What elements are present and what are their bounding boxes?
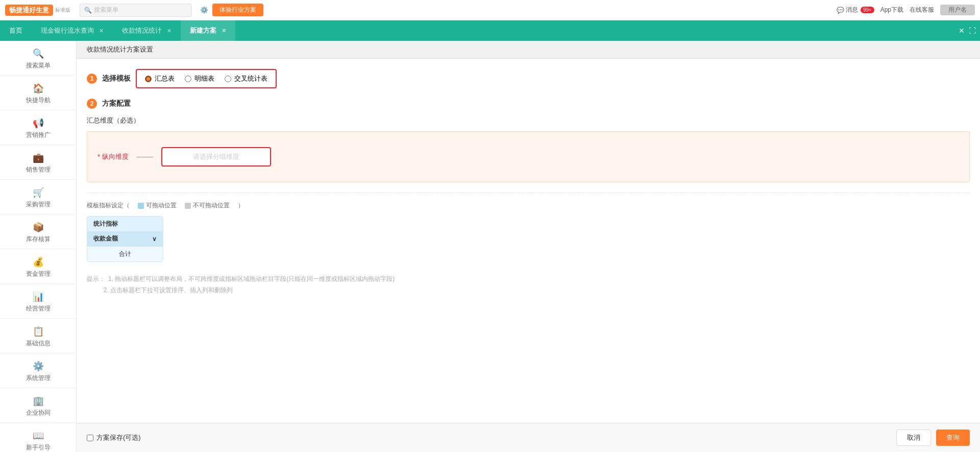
query-button[interactable]: 查询: [936, 430, 970, 446]
legend-fixed: 不可拖动位置: [185, 201, 230, 210]
finance-icon: 💰: [33, 256, 44, 268]
arrow-line: ——: [137, 152, 153, 161]
step1-header: 1 选择模板 汇总表 明细表 交叉统计表: [87, 69, 970, 88]
search-placeholder-text: 搜索菜单: [94, 6, 118, 14]
sidebar-item-guide[interactable]: 📖 新手引导: [0, 423, 76, 452]
step1-section: 1 选择模板 汇总表 明细表 交叉统计表: [87, 69, 970, 88]
tip-line-1: 提示： 1. 拖动标题栏可以调整布局，不可跨维度或指标区域拖动栏目字段(只能在同…: [87, 274, 970, 285]
save-checkbox-input[interactable]: [87, 435, 93, 441]
home-icon: 🏠: [33, 83, 44, 94]
gear-icon[interactable]: ⚙️: [200, 6, 208, 14]
tab-home[interactable]: 首页: [0, 20, 32, 41]
tab-receipts[interactable]: 收款情况统计 ✕: [113, 20, 181, 41]
dimension-select-box[interactable]: 请选择分组维度: [161, 147, 271, 166]
top-search-bar[interactable]: 🔍 搜索菜单: [80, 4, 192, 17]
save-checkbox[interactable]: 方案保存(可选): [87, 433, 141, 442]
radio-summary[interactable]: 汇总表: [145, 74, 175, 83]
marketing-icon: 📢: [33, 117, 44, 129]
main-layout: 🔍 搜索菜单 🏠 快捷导航 📢 营销推广 💼 销售管理 🛒 采购管理 📦 库存核…: [0, 41, 980, 452]
radio-detail[interactable]: 明细表: [185, 74, 214, 83]
close-cashflow-tab[interactable]: ✕: [99, 28, 104, 34]
close-window-icon[interactable]: ✕: [959, 27, 965, 35]
draggable-dot: [138, 203, 144, 209]
metrics-header: 模板指标设定（ 可拖动位置 不可拖动位置 ）: [87, 201, 970, 210]
pivot-row: * 纵向维度 —— 请选择分组维度: [97, 147, 271, 166]
cancel-button[interactable]: 取消: [896, 430, 931, 446]
online-service-link[interactable]: 在线客服: [910, 6, 934, 14]
logo-sub: 标准版: [55, 7, 70, 14]
content-area: 收款情况统计方案设置 1 选择模板 汇总表 明细表: [77, 41, 980, 452]
col-dropdown-icon: ∨: [152, 235, 157, 243]
nav-tabs: 首页 现金银行流水查询 ✕ 收款情况统计 ✕ 新建方案 ✕ ✕ ⛶: [0, 20, 980, 41]
management-icon: 📊: [33, 291, 44, 302]
radio-cross-input[interactable]: [225, 76, 231, 82]
bottom-section: 方案保存(可选) 取消 查询: [77, 423, 980, 452]
radio-cross[interactable]: 交叉统计表: [225, 74, 267, 83]
top-icon-area: 💬 消息 99+ App下载 在线客服 用户名: [837, 5, 975, 15]
legend-draggable: 可拖动位置: [138, 201, 177, 210]
message-icon[interactable]: 💬 消息 99+: [837, 6, 874, 14]
message-badge: 99+: [861, 7, 874, 13]
step1-number: 1: [87, 74, 97, 84]
industry-btn[interactable]: 体验行业方案: [212, 4, 263, 16]
content-body: 1 选择模板 汇总表 明细表 交叉统计表: [77, 59, 980, 423]
sidebar-item-cooperation[interactable]: 🏢 企业协同: [0, 388, 76, 423]
sidebar-item-basic[interactable]: 📋 基础信息: [0, 319, 76, 353]
step2-title: 方案配置: [102, 99, 131, 108]
sidebar-item-finance[interactable]: 💰 资金管理: [0, 249, 76, 284]
sidebar-item-search[interactable]: 🔍 搜索菜单: [0, 41, 76, 76]
sidebar: 🔍 搜索菜单 🏠 快捷导航 📢 营销推广 💼 销售管理 🛒 采购管理 📦 库存核…: [0, 41, 77, 452]
dimension-label: 汇总维度（必选）: [87, 116, 970, 125]
inventory-icon: 📦: [33, 222, 44, 233]
tip-line-2: 2. 点击标题栏下拉可设置排序、插入列和删除列: [87, 285, 970, 296]
sidebar-item-marketing[interactable]: 📢 营销推广: [0, 110, 76, 145]
col-header-receipts[interactable]: 收款金额 ∨: [87, 231, 163, 246]
app-download-link[interactable]: App下载: [880, 6, 903, 14]
sidebar-item-quicknav[interactable]: 🏠 快捷导航: [0, 76, 76, 110]
nav-right-icons: ✕ ⛶: [959, 20, 980, 41]
sidebar-item-management[interactable]: 📊 经营管理: [0, 284, 76, 319]
breadcrumb: 收款情况统计方案设置: [77, 41, 980, 59]
sidebar-item-inventory[interactable]: 📦 库存核算: [0, 215, 76, 249]
tab-new-plan[interactable]: 新建方案 ✕: [181, 20, 235, 41]
tab-cashflow[interactable]: 现金银行流水查询 ✕: [32, 20, 113, 41]
step2-section: 2 方案配置 汇总维度（必选） * 纵向维度 —— 请选择分组维度 模: [87, 99, 970, 296]
sidebar-item-system[interactable]: ⚙️ 系统管理: [0, 353, 76, 388]
tips-section: 提示： 1. 拖动标题栏可以调整布局，不可跨维度或指标区域拖动栏目字段(只能在同…: [87, 274, 970, 296]
cooperation-icon: 🏢: [33, 395, 44, 407]
search-icon: 🔍: [33, 48, 44, 59]
row-label: * 纵向维度: [97, 152, 129, 161]
fixed-dot: [185, 203, 191, 209]
pivot-area: * 纵向维度 —— 请选择分组维度: [87, 131, 970, 182]
basic-icon: 📋: [33, 326, 44, 337]
guide-icon: 📖: [33, 430, 44, 441]
radio-summary-input[interactable]: [145, 76, 152, 82]
sidebar-item-sales[interactable]: 💼 销售管理: [0, 145, 76, 180]
maximize-icon[interactable]: ⛶: [969, 27, 976, 35]
metrics-config: 模板指标设定（ 可拖动位置 不可拖动位置 ） 统计指标: [87, 193, 970, 264]
metrics-table-header: 统计指标: [87, 217, 163, 231]
top-bar: 畅捷通好生意 标准版 🔍 搜索菜单 ⚙️ 体验行业方案 💬 消息 99+ App…: [0, 0, 980, 20]
radio-detail-input[interactable]: [185, 76, 191, 82]
purchase-icon: 🛒: [33, 187, 44, 198]
system-icon: ⚙️: [33, 361, 44, 372]
bottom-actions: 取消 查询: [896, 430, 970, 446]
row-total: 合计: [87, 246, 163, 261]
logo-text: 畅捷通好生意: [5, 5, 53, 16]
step1-title: 选择模板: [102, 74, 131, 83]
metrics-table: 统计指标 收款金额 ∨ 合计: [87, 216, 163, 262]
close-receipts-tab[interactable]: ✕: [167, 28, 172, 34]
step2-header: 2 方案配置: [87, 99, 970, 109]
template-select-box: 汇总表 明细表 交叉统计表: [136, 69, 277, 88]
step2-number: 2: [87, 99, 97, 109]
user-info: 用户名: [940, 5, 975, 15]
sidebar-item-purchase[interactable]: 🛒 采购管理: [0, 180, 76, 215]
close-new-plan-tab[interactable]: ✕: [222, 28, 226, 34]
app-logo: 畅捷通好生意 标准版: [5, 5, 70, 16]
sales-icon: 💼: [33, 152, 44, 163]
